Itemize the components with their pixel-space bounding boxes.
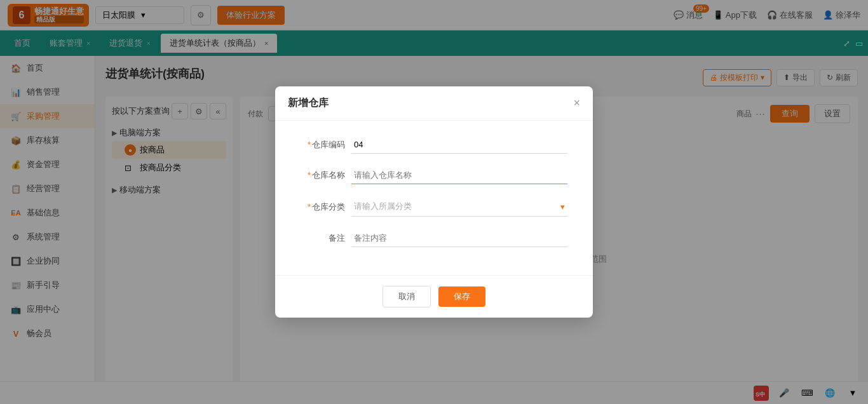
modal-overlay[interactable]: 新增仓库 × 仓库编码 仓库名称 仓库分类 请输入所属分类 ▾ <box>0 0 868 404</box>
new-warehouse-modal: 新增仓库 × 仓库编码 仓库名称 仓库分类 请输入所属分类 ▾ <box>275 86 593 318</box>
code-input[interactable] <box>351 136 567 154</box>
note-input[interactable] <box>351 229 567 247</box>
cancel-button[interactable]: 取消 <box>383 286 431 307</box>
modal-close-button[interactable]: × <box>573 97 580 110</box>
name-input[interactable] <box>351 166 567 184</box>
code-label: 仓库编码 <box>301 139 351 151</box>
category-arrow-icon: ▾ <box>560 202 565 212</box>
save-button[interactable]: 保存 <box>438 286 485 307</box>
form-row-category: 仓库分类 请输入所属分类 ▾ <box>301 197 567 217</box>
modal-header: 新增仓库 × <box>275 86 593 121</box>
category-label: 仓库分类 <box>301 201 351 213</box>
modal-body: 仓库编码 仓库名称 仓库分类 请输入所属分类 ▾ 备注 <box>275 121 593 275</box>
note-label: 备注 <box>301 232 351 244</box>
form-row-note: 备注 <box>301 229 567 247</box>
form-row-code: 仓库编码 <box>301 136 567 154</box>
modal-title: 新增仓库 <box>288 97 329 110</box>
form-row-name: 仓库名称 <box>301 166 567 184</box>
name-label: 仓库名称 <box>301 170 351 181</box>
category-placeholder: 请输入所属分类 <box>354 201 412 212</box>
category-select[interactable]: 请输入所属分类 ▾ <box>351 197 567 217</box>
modal-footer: 取消 保存 <box>275 275 593 318</box>
